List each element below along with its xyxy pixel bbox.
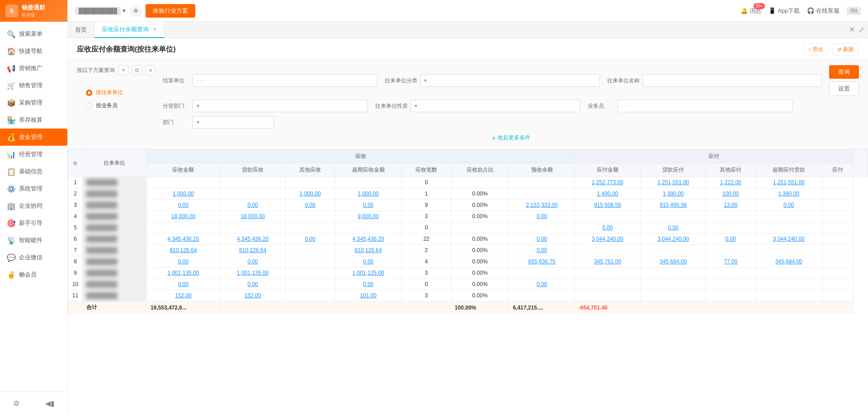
collapse-filter-btn[interactable]: «: [146, 65, 156, 75]
table-cell[interactable]: 0.00: [509, 234, 575, 245]
sidebar-item-system[interactable]: ⚙️ 系统管理: [0, 180, 67, 197]
sidebar-item-quicknav[interactable]: 🏠 快捷导航: [0, 43, 67, 60]
sidebar-item-purchase[interactable]: 📦 采购管理: [0, 94, 67, 111]
table-cell[interactable]: 1,251,551.00: [641, 177, 706, 188]
sidebar-settings-btn[interactable]: ⚙: [9, 396, 23, 411]
online-service-btn[interactable]: 🎧 在线客服: [807, 7, 840, 15]
table-cell[interactable]: 0.00: [220, 279, 285, 290]
table-cell[interactable]: 0.00: [220, 200, 285, 211]
table-cell[interactable]: 0.00: [146, 200, 220, 211]
table-cell[interactable]: 810,126.64: [220, 245, 285, 256]
sidebar-item-hardware[interactable]: 📡 智能硬件: [0, 232, 67, 249]
table-cell[interactable]: 0.00: [146, 279, 220, 290]
table-cell[interactable]: 18,000.00: [220, 211, 285, 222]
table-cell[interactable]: 345,761.00: [575, 256, 640, 267]
table-cell[interactable]: 4,345,436.20: [335, 234, 402, 245]
unit-name-input[interactable]: [642, 74, 822, 87]
dept-input[interactable]: ▾: [193, 116, 274, 129]
table-cell[interactable]: 915,495.56: [641, 200, 706, 211]
table-cell[interactable]: 810,126.64: [146, 245, 220, 256]
sidebar-item-vip[interactable]: ✌️ 畅会员: [0, 266, 67, 283]
settlement-unit-input[interactable]: ···: [193, 74, 377, 87]
table-cell[interactable]: 4,345,436.20: [146, 234, 220, 245]
sidebar-item-marketing[interactable]: 📢 营销推广: [0, 60, 67, 77]
table-cell[interactable]: 0.00: [335, 256, 402, 267]
table-cell[interactable]: 0.00: [220, 256, 285, 267]
branch-dept-input[interactable]: ▾: [193, 100, 368, 112]
table-cell[interactable]: 0.00: [641, 222, 706, 234]
table-cell[interactable]: 1,001,135.00: [335, 267, 402, 279]
table-cell[interactable]: 3,044,240.00: [575, 234, 640, 245]
table-cell[interactable]: 0.00: [509, 245, 575, 256]
table-cell[interactable]: 4,345,436.20: [220, 234, 285, 245]
table-cell[interactable]: 1,390.00: [641, 188, 706, 200]
table-cell[interactable]: 1,000.00: [335, 188, 402, 200]
table-cell[interactable]: 1,390.00: [755, 188, 822, 200]
table-cell[interactable]: 1,251,551.00: [755, 177, 822, 188]
table-cell[interactable]: 101.00: [335, 290, 402, 301]
table-cell[interactable]: 1,001,135.00: [220, 267, 285, 279]
gear-button[interactable]: ⚙: [129, 5, 142, 17]
app-download-btn[interactable]: 📱 App下载: [769, 7, 800, 15]
table-cell[interactable]: 0.00: [146, 256, 220, 267]
table-cell[interactable]: 0.00: [286, 234, 335, 245]
table-cell[interactable]: 1,000.00: [286, 188, 335, 200]
table-cell[interactable]: 0.00: [335, 279, 402, 290]
table-cell[interactable]: 1,000.00: [146, 188, 220, 200]
sidebar-collapse-btn[interactable]: ◀▮: [42, 396, 58, 411]
sidebar-item-basic[interactable]: 📋 基础信息: [0, 163, 67, 180]
close-window-icon[interactable]: ✕: [849, 25, 855, 34]
table-cell[interactable]: 1,222.00: [706, 177, 755, 188]
export-button[interactable]: ↑ 导出: [803, 43, 828, 56]
company-selector[interactable]: ██████████ ▾: [75, 7, 126, 15]
sidebar-item-search[interactable]: 🔍 搜索菜单: [0, 25, 67, 43]
tab-close-icon[interactable]: ×: [153, 26, 156, 33]
table-cell[interactable]: 1,001,135.00: [146, 267, 220, 279]
table-cell[interactable]: 100.00: [706, 188, 755, 200]
sidebar-item-wechat[interactable]: 💬 企业微信: [0, 249, 67, 266]
table-cell[interactable]: 915,508.56: [575, 200, 640, 211]
notification-btn[interactable]: 🔔 消息 99+: [741, 7, 761, 15]
table-cell[interactable]: 152.00: [220, 290, 285, 301]
table-cell[interactable]: 0.00: [286, 200, 335, 211]
refresh-button[interactable]: ↺ 刷新: [832, 43, 859, 56]
tab-home[interactable]: 首页: [68, 22, 94, 38]
table-cell[interactable]: 77.00: [706, 256, 755, 267]
table-cell[interactable]: 810,126.64: [335, 245, 402, 256]
table-cell[interactable]: 3,044,240.00: [755, 234, 822, 245]
table-cell[interactable]: 0.00: [755, 200, 822, 211]
table-cell[interactable]: 655,636.75: [509, 256, 575, 267]
tab-arquery[interactable]: 应收应付余额查询 ×: [94, 22, 164, 38]
table-cell[interactable]: 345,684.00: [755, 256, 822, 267]
salesperson-input[interactable]: ···: [618, 100, 793, 112]
collapse-button[interactable]: ∧ 收起更多条件: [488, 132, 534, 143]
table-cell[interactable]: 0.00: [335, 200, 402, 211]
table-cell[interactable]: 0.00: [509, 279, 575, 290]
sidebar-item-sales[interactable]: 🛒 销售管理: [0, 77, 67, 94]
table-cell[interactable]: 9,000.00: [335, 211, 402, 222]
settings-filter-btn[interactable]: ⊙: [132, 65, 142, 75]
sidebar-item-finance[interactable]: 💰 资金管理: [0, 129, 67, 146]
sidebar-item-enterprise[interactable]: 🏢 企业协同: [0, 197, 67, 215]
table-cell[interactable]: 18,000.00: [146, 211, 220, 222]
table-cell[interactable]: 3,044,240.00: [641, 234, 706, 245]
table-cell[interactable]: 2,153,333.00: [509, 200, 575, 211]
table-cell[interactable]: 345,684.00: [641, 256, 706, 267]
table-cell[interactable]: 1,252,773.00: [575, 177, 640, 188]
solution-button[interactable]: 体验行业方案: [146, 4, 195, 18]
expand-icon[interactable]: ⤢: [859, 25, 864, 34]
group-by-unit[interactable]: 按往来单位: [80, 86, 156, 99]
sidebar-item-newguide[interactable]: 🎯 新手引导: [0, 215, 67, 232]
col-settings[interactable]: ⚙: [68, 150, 83, 177]
unit-category-input[interactable]: ▾: [420, 74, 599, 87]
table-cell[interactable]: 0.00: [706, 234, 755, 245]
add-filter-btn[interactable]: +: [118, 65, 128, 75]
group-by-staff[interactable]: 按业务员: [80, 99, 156, 112]
table-cell[interactable]: 13.00: [706, 200, 755, 211]
sidebar-item-operations[interactable]: 📊 经营管理: [0, 146, 67, 163]
table-cell[interactable]: 0.00: [509, 211, 575, 222]
sidebar-item-inventory[interactable]: 🏪 库存核算: [0, 111, 67, 129]
settings-button[interactable]: 设置: [829, 81, 859, 96]
unit-nature-input[interactable]: ▾: [410, 100, 580, 112]
user-avatar[interactable]: Rit: [847, 7, 861, 15]
